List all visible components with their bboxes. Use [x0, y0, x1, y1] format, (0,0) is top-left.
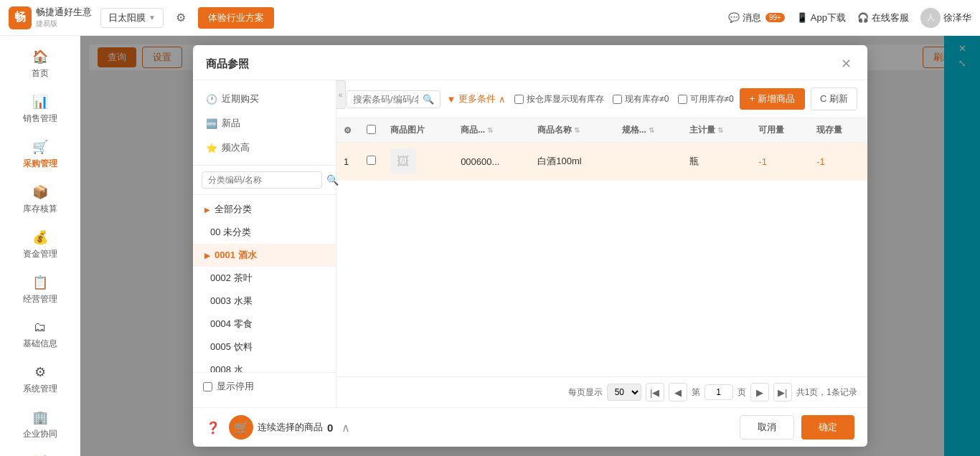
th-settings[interactable]: ⚙	[336, 118, 359, 143]
category-item-fruit[interactable]: 0003 水果	[193, 290, 336, 313]
sidebar-item-finance[interactable]: 💰 资金管理	[0, 222, 80, 267]
column-settings-icon[interactable]: ⚙	[344, 125, 352, 136]
sidebar-item-purchase[interactable]: 🛒 采购管理	[0, 132, 80, 177]
product-table-wrap: ⚙ 商品图片 商品...	[336, 118, 867, 376]
sidebar-item-inventory[interactable]: 📦 库存核算	[0, 177, 80, 222]
first-page-button[interactable]: |◀	[646, 383, 664, 402]
user-item[interactable]: 人 徐泽华	[920, 8, 971, 28]
left-tab-frequent[interactable]: ⭐ 频次高	[199, 136, 330, 159]
cond-existing-stock[interactable]: 现有库存≠0	[613, 93, 669, 105]
user-name: 徐泽华	[943, 11, 971, 24]
add-product-button[interactable]: + 新增商品	[740, 88, 805, 110]
table-row[interactable]: 1 🖼 000600... 白酒100ml	[336, 143, 867, 181]
product-search-box: 🔍	[347, 90, 440, 108]
basics-icon: 🗂	[34, 320, 47, 335]
category-fruit-label: 0003 水果	[210, 295, 253, 308]
sidebar-label-operations: 经营管理	[23, 293, 57, 305]
th-unit[interactable]: 主计量 ⇅	[682, 118, 752, 143]
logo-sub: 捷易版	[36, 19, 92, 29]
category-item-tea[interactable]: 0002 茶叶	[193, 267, 336, 290]
cond-warehouse-stock[interactable]: 按仓库显示现有库存	[514, 93, 604, 105]
per-page-select[interactable]: 50	[607, 384, 641, 401]
online-service-item[interactable]: 🎧 在线客服	[857, 11, 909, 24]
confirm-button[interactable]: 确定	[801, 415, 854, 440]
help-icon[interactable]: ❓	[206, 421, 220, 434]
page-number-input[interactable]: 1	[705, 384, 733, 400]
cell-checkbox[interactable]	[359, 143, 383, 181]
modal-left-bottom: 显示停用	[193, 372, 336, 400]
category-tea-label: 0002 茶叶	[210, 272, 253, 285]
sales-icon: 📊	[32, 94, 48, 110]
th-spec[interactable]: 规格... ⇅	[615, 118, 682, 143]
select-all-checkbox[interactable]	[367, 125, 376, 134]
sidebar-item-guide[interactable]: 🔰 新手引导	[0, 447, 80, 456]
settings-icon[interactable]: ⚙	[169, 6, 192, 29]
th-checkbox[interactable]	[359, 118, 383, 143]
cart-toggle-icon[interactable]: ∧	[341, 421, 350, 434]
messages-item[interactable]: 💬 消息 99+	[728, 11, 785, 24]
category-item-all[interactable]: ▶ 全部分类	[193, 198, 336, 221]
left-tab-new[interactable]: 🆕 新品	[199, 112, 330, 135]
show-disabled-checkbox[interactable]	[203, 382, 212, 391]
collapse-left-panel-btn[interactable]: «	[336, 80, 346, 109]
trial-button[interactable]: 体验行业方案	[198, 7, 274, 29]
cart-area[interactable]: 🛒 连续选择的商品 0	[229, 415, 333, 440]
cell-available: -1	[751, 143, 809, 181]
system-icon: ⚙	[34, 364, 46, 380]
modal-toolbar: 🔍 ▼ 更多条件 ∧ 按仓库显示现有库存	[336, 80, 867, 118]
logo-text: 畅捷通好生意	[36, 6, 92, 19]
next-page-button[interactable]: ▶	[750, 383, 769, 402]
row-checkbox[interactable]	[367, 156, 376, 165]
app-download-item[interactable]: 📱 App下载	[796, 11, 846, 24]
more-conditions-button[interactable]: ▼ 更多条件 ∧	[446, 92, 506, 105]
sidebar-item-system[interactable]: ⚙ 系统管理	[0, 357, 80, 402]
category-search-icon[interactable]: 🔍	[326, 174, 339, 186]
cart-label: 连续选择的商品	[258, 421, 323, 434]
branch-selector[interactable]: 日太阳膜 ▼	[100, 8, 164, 28]
category-search-input[interactable]	[202, 171, 322, 189]
last-page-button[interactable]: ▶|	[773, 383, 792, 402]
category-item-wine[interactable]: ▶ 0001 酒水	[193, 244, 336, 267]
modal-left-panel: 🕐 近期购买 🆕 新品 ⭐ 频次高	[193, 80, 336, 407]
category-item-water[interactable]: 0008 水	[193, 358, 336, 372]
sidebar-item-sales[interactable]: 📊 销售管理	[0, 87, 80, 132]
category-item-beverage[interactable]: 0005 饮料	[193, 336, 336, 358]
modal-close-button[interactable]: ✕	[837, 55, 854, 72]
prev-page-button[interactable]: ◀	[669, 383, 687, 402]
th-code[interactable]: 商品... ⇅	[453, 118, 530, 143]
cond-existing-checkbox[interactable]	[613, 95, 622, 104]
show-disabled-label[interactable]: 显示停用	[203, 380, 326, 393]
left-tab-new-label: 新品	[222, 117, 240, 130]
category-wine-label: 0001 酒水	[215, 249, 257, 262]
category-item-snack[interactable]: 0004 零食	[193, 313, 336, 336]
category-water-label: 0008 水	[210, 364, 243, 372]
cond-available-checkbox[interactable]	[678, 95, 687, 104]
category-item-uncategorized[interactable]: 00 未分类	[193, 221, 336, 244]
sidebar-item-enterprise[interactable]: 🏢 企业协同	[0, 402, 80, 447]
sidebar-label-finance: 资金管理	[23, 248, 57, 260]
th-code-label: 商品...	[461, 124, 485, 136]
sidebar-item-basics[interactable]: 🗂 基础信息	[0, 313, 80, 357]
cancel-button[interactable]: 取消	[740, 415, 794, 440]
cond-available-stock[interactable]: 可用库存≠0	[678, 93, 734, 105]
th-stock: 现存量	[809, 118, 867, 143]
cart-count: 0	[327, 422, 333, 434]
product-table-body: 1 🖼 000600... 白酒100ml	[336, 143, 867, 181]
cell-seq: 1	[336, 143, 359, 181]
th-name[interactable]: 商品名称 ⇅	[530, 118, 615, 143]
sidebar-item-home[interactable]: 🏠 首页	[0, 42, 80, 87]
show-disabled-text: 显示停用	[217, 380, 254, 393]
operations-icon: 📋	[32, 275, 48, 290]
online-service-label: 在线客服	[872, 11, 909, 24]
per-page-label: 每页显示	[568, 386, 603, 399]
category-snack-label: 0004 零食	[210, 318, 253, 331]
left-tab-recent[interactable]: 🕐 近期购买	[199, 87, 330, 110]
messages-label: 消息	[743, 11, 761, 24]
product-search-input[interactable]	[353, 94, 418, 105]
sidebar-item-operations[interactable]: 📋 经营管理	[0, 267, 80, 313]
cond-warehouse-checkbox[interactable]	[514, 95, 524, 104]
search-magnifier-icon[interactable]: 🔍	[423, 94, 434, 105]
cell-spec	[615, 143, 682, 181]
refresh-button[interactable]: C 刷新	[811, 87, 857, 110]
left-tab-frequent-label: 频次高	[222, 141, 250, 154]
